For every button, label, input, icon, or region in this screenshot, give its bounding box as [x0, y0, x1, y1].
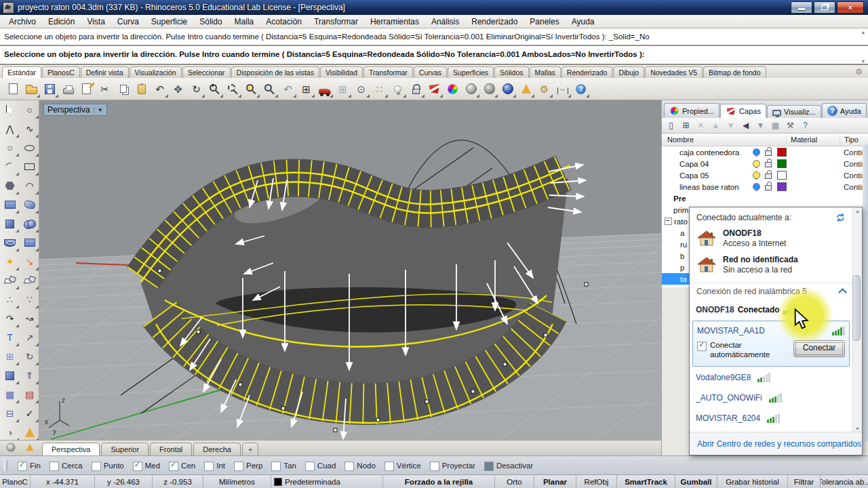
status-cell[interactable]: Predeterminada: [271, 475, 383, 488]
menu-item[interactable]: Archivo: [3, 16, 42, 28]
layer-tools-hammer[interactable]: ⚒: [783, 119, 797, 132]
fillet-edge[interactable]: [20, 271, 39, 290]
layer-row-partial[interactable]: b: [662, 250, 690, 262]
layer-visibility-bulb-icon[interactable]: [753, 171, 760, 179]
spheres[interactable]: [20, 214, 39, 233]
connect-automatically-checkbox[interactable]: [697, 342, 707, 351]
adjust-curve[interactable]: ↷: [0, 309, 20, 328]
rotate-objects[interactable]: ↻: [20, 347, 39, 366]
osnap-toggle[interactable]: Punto: [92, 460, 124, 471]
open-network-center-link[interactable]: Abrir Centro de redes y recursos compart…: [697, 439, 861, 449]
menu-item[interactable]: Edición: [42, 16, 81, 28]
panel-tab[interactable]: Ayuda: [822, 103, 867, 118]
collapse-chevron-icon[interactable]: [838, 288, 847, 297]
explode[interactable]: ✶: [0, 252, 20, 271]
point[interactable]: ○: [20, 100, 39, 119]
viewport-menu-arrow-icon[interactable]: ▼: [94, 107, 103, 113]
copy-objects[interactable]: ⊞: [0, 347, 20, 366]
active-connection-item[interactable]: ONODF18 Acceso a Internet: [696, 228, 846, 249]
layer-lock-icon[interactable]: [765, 174, 772, 179]
layer-row-partial[interactable]: rato: [662, 216, 690, 227]
move-copy-dots[interactable]: ∷: [370, 80, 389, 98]
move-down[interactable]: ▼: [724, 119, 738, 132]
osnap-toggle[interactable]: Proyectar: [430, 460, 475, 471]
toolbar-tab[interactable]: Definir vista: [81, 66, 129, 78]
command-prompt-line[interactable]: Seleccione un objeto para invertir la di…: [0, 46, 868, 64]
status-cell[interactable]: SmartTrack: [617, 475, 675, 488]
check-geometry[interactable]: ✓: [20, 404, 39, 423]
menu-item[interactable]: Superficie: [145, 16, 193, 28]
command-history-line[interactable]: Seleccione un objeto para invertir la di…: [0, 28, 868, 46]
osnap-toggle[interactable]: Desactivar: [484, 460, 533, 471]
menu-item[interactable]: Vista: [81, 16, 111, 28]
restore-button[interactable]: [814, 1, 835, 14]
layer-row-partial[interactable]: ta: [662, 273, 690, 285]
menu-item[interactable]: Sólido: [193, 16, 228, 28]
osnap-toggle[interactable]: Fin: [18, 460, 41, 471]
undo-view-change[interactable]: ↶: [279, 80, 297, 98]
column-tipo[interactable]: Tipo: [840, 136, 868, 144]
curve-blend[interactable]: ◠: [20, 176, 39, 195]
layer-row-partial[interactable]: prim: [662, 204, 690, 216]
options-gear[interactable]: ⚙: [535, 80, 553, 98]
zoom-dynamic[interactable]: [205, 80, 224, 98]
viewport-tab[interactable]: Derecha: [193, 443, 241, 455]
circle[interactable]: ○: [0, 138, 20, 157]
osnap-checkbox[interactable]: [384, 462, 394, 471]
viewport-tab[interactable]: Superior: [101, 443, 149, 455]
viewport-title[interactable]: Perspectiva ▼: [43, 104, 107, 116]
zoom-extents[interactable]: [260, 80, 279, 98]
layer-row[interactable]: Capa 05 Contin: [662, 169, 868, 181]
status-cell[interactable]: Milímetros: [203, 475, 271, 488]
collapse-all[interactable]: ◀: [738, 119, 753, 132]
delete-layer[interactable]: ✕: [694, 119, 708, 132]
layer-row-partial[interactable]: ru: [662, 239, 690, 250]
toolbar-tab[interactable]: Bitmap de fondo: [703, 66, 766, 78]
osnap-checkbox[interactable]: [92, 462, 101, 471]
flat-shade-cone[interactable]: [517, 80, 535, 98]
network-row[interactable]: MOVISTAR_6204: [690, 408, 852, 428]
move-up[interactable]: ▲: [709, 119, 723, 132]
zoom-window[interactable]: [224, 80, 242, 98]
filter[interactable]: ▼: [753, 119, 768, 132]
layer-color-swatch[interactable]: [777, 182, 787, 191]
toolbar-tab[interactable]: Superficies: [448, 66, 494, 78]
osnap-checkbox[interactable]: [305, 462, 315, 471]
layer-row-partial[interactable]: Pre: [662, 192, 690, 204]
network-row[interactable]: _AUTO_ONOWiFi: [690, 388, 852, 408]
scale[interactable]: ↗: [20, 328, 39, 347]
status-cell[interactable]: Planar: [534, 475, 576, 488]
panel-help[interactable]: ?: [798, 119, 812, 132]
status-cell[interactable]: Orto: [495, 475, 534, 488]
osnap-checkbox[interactable]: [169, 462, 178, 471]
lock[interactable]: [407, 80, 425, 98]
layer-lock-icon[interactable]: [765, 150, 772, 156]
copy[interactable]: [114, 80, 132, 98]
render[interactable]: [425, 80, 443, 98]
shaded-viewport[interactable]: [462, 80, 480, 98]
color-dots-2[interactable]: ∵: [20, 290, 39, 309]
layer-lock-icon[interactable]: [765, 185, 772, 190]
duplicate-layer[interactable]: ⊞: [679, 119, 693, 132]
layer-color-swatch[interactable]: [777, 148, 787, 157]
toolbar-tab[interactable]: Disposición de las vistas: [231, 66, 319, 78]
toolbar-tab[interactable]: Mallas: [530, 66, 561, 78]
box[interactable]: [0, 214, 20, 233]
help[interactable]: [572, 80, 590, 98]
layer-row-partial[interactable]: a: [662, 227, 690, 239]
toolbar-tab[interactable]: Visibilidad: [320, 66, 363, 78]
status-cell[interactable]: Filtrar: [788, 475, 821, 488]
osnap-toggle[interactable]: Tan: [271, 460, 296, 471]
layer-visibility-bulb-icon[interactable]: [753, 148, 760, 156]
status-cell[interactable]: x -44.371: [31, 475, 95, 488]
toolbar-tab[interactable]: Novedades V5: [645, 66, 703, 78]
refresh-icon[interactable]: [835, 213, 846, 222]
cplane-grid[interactable]: ⊞: [334, 80, 352, 98]
four-viewports[interactable]: ⊞: [297, 80, 315, 98]
status-cell[interactable]: PlanoC: [0, 475, 31, 488]
viewport-tab[interactable]: +: [242, 443, 258, 455]
column-material[interactable]: Material: [787, 136, 840, 144]
layer-row[interactable]: lineas base raton Contin: [662, 181, 868, 192]
ellipse[interactable]: [20, 138, 39, 157]
osnap-toggle[interactable]: Cerca: [50, 460, 83, 471]
